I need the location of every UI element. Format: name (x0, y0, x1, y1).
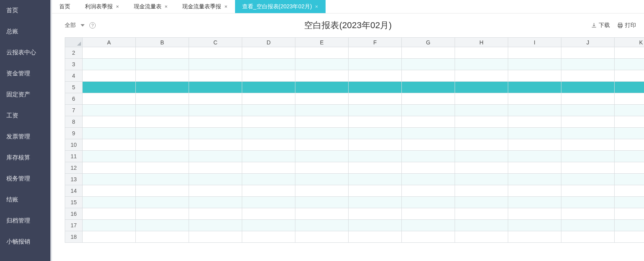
cell[interactable] (83, 105, 136, 116)
cell[interactable] (242, 220, 295, 231)
cell[interactable] (349, 197, 402, 208)
cell[interactable] (242, 105, 295, 116)
row-header[interactable]: 13 (65, 174, 83, 185)
cell[interactable] (508, 185, 561, 197)
cell[interactable] (508, 174, 561, 185)
cell[interactable] (615, 59, 644, 70)
cell[interactable] (83, 151, 136, 162)
cell[interactable] (83, 93, 136, 105)
column-header[interactable]: A (83, 38, 136, 47)
cell[interactable] (402, 47, 455, 59)
cell[interactable] (615, 174, 644, 185)
cell[interactable] (136, 174, 189, 185)
cell[interactable] (349, 59, 402, 70)
cell[interactable] (136, 47, 189, 59)
cell[interactable] (242, 151, 295, 162)
row-header[interactable]: 3 (65, 59, 83, 70)
cell[interactable] (189, 116, 242, 128)
cell[interactable] (615, 185, 644, 197)
cell[interactable] (189, 105, 242, 116)
cell[interactable] (615, 128, 644, 139)
row-header[interactable]: 11 (65, 151, 83, 162)
column-header[interactable]: C (189, 38, 242, 47)
row-header[interactable]: 6 (65, 93, 83, 105)
cell[interactable] (83, 220, 136, 231)
cell[interactable] (83, 174, 136, 185)
cell[interactable] (615, 105, 644, 116)
sidebar-item-archive[interactable]: 归档管理 (0, 210, 50, 231)
cell[interactable] (136, 197, 189, 208)
cell[interactable] (508, 208, 561, 220)
print-button[interactable]: 打印 (617, 22, 636, 29)
row-header[interactable]: 15 (65, 197, 83, 208)
column-header[interactable]: B (136, 38, 189, 47)
cell[interactable] (615, 70, 644, 82)
cell[interactable] (295, 93, 349, 105)
cell[interactable] (295, 197, 349, 208)
cell[interactable] (295, 151, 349, 162)
cell[interactable] (295, 128, 349, 139)
cell[interactable] (242, 162, 295, 174)
cell[interactable] (349, 220, 402, 231)
cell[interactable] (83, 208, 136, 220)
cell[interactable] (402, 116, 455, 128)
tab-view-blank-report[interactable]: 查看_空白报表(2023年02月) × (235, 0, 326, 13)
cell[interactable] (136, 208, 189, 220)
sidebar-item-closing[interactable]: 结账 (0, 189, 50, 210)
cell[interactable] (242, 116, 295, 128)
cell[interactable] (615, 47, 644, 59)
cell[interactable] (455, 185, 508, 197)
column-header[interactable]: H (455, 38, 508, 47)
row-header[interactable]: 2 (65, 47, 83, 59)
cell[interactable] (615, 116, 644, 128)
cell[interactable] (349, 231, 402, 243)
cell[interactable] (455, 220, 508, 231)
cell[interactable] (455, 208, 508, 220)
cell[interactable] (136, 220, 189, 231)
sidebar-item-ledger[interactable]: 总账 (0, 21, 50, 42)
sidebar-item-fund-mgmt[interactable]: 资金管理 (0, 63, 50, 84)
cell[interactable] (349, 93, 402, 105)
cell[interactable] (455, 116, 508, 128)
cell[interactable] (83, 70, 136, 82)
row-header[interactable]: 12 (65, 162, 83, 174)
cell[interactable] (189, 208, 242, 220)
cell[interactable] (455, 231, 508, 243)
spreadsheet[interactable]: A B C D E F G H I J K 234567891011121314… (52, 37, 644, 261)
tab-home[interactable]: 首页 (52, 0, 78, 13)
row-header[interactable]: 8 (65, 116, 83, 128)
cell[interactable] (189, 220, 242, 231)
cell[interactable] (561, 151, 615, 162)
cell[interactable] (242, 197, 295, 208)
cell[interactable] (508, 220, 561, 231)
cell[interactable] (349, 128, 402, 139)
cell[interactable] (242, 128, 295, 139)
cell[interactable] (455, 139, 508, 151)
cell[interactable] (561, 162, 615, 174)
cell[interactable] (83, 47, 136, 59)
cell[interactable] (189, 139, 242, 151)
cell[interactable] (402, 128, 455, 139)
cell[interactable] (402, 174, 455, 185)
cell[interactable] (295, 116, 349, 128)
cell[interactable] (349, 151, 402, 162)
sidebar-item-cloud-report[interactable]: 云报表中心 (0, 42, 50, 63)
cell[interactable] (455, 174, 508, 185)
sidebar-item-expense[interactable]: 小畅报销 (0, 231, 50, 252)
cell[interactable] (295, 185, 349, 197)
cell[interactable] (615, 208, 644, 220)
cell[interactable] (402, 151, 455, 162)
cell[interactable] (189, 59, 242, 70)
cell[interactable] (349, 82, 402, 93)
cell[interactable] (189, 82, 242, 93)
cell[interactable] (561, 59, 615, 70)
cell[interactable] (83, 162, 136, 174)
cell[interactable] (402, 82, 455, 93)
cell[interactable] (295, 105, 349, 116)
cell[interactable] (508, 116, 561, 128)
cell[interactable] (455, 93, 508, 105)
close-icon[interactable]: × (315, 4, 318, 10)
cell[interactable] (402, 220, 455, 231)
cell[interactable] (83, 231, 136, 243)
cell[interactable] (508, 139, 561, 151)
